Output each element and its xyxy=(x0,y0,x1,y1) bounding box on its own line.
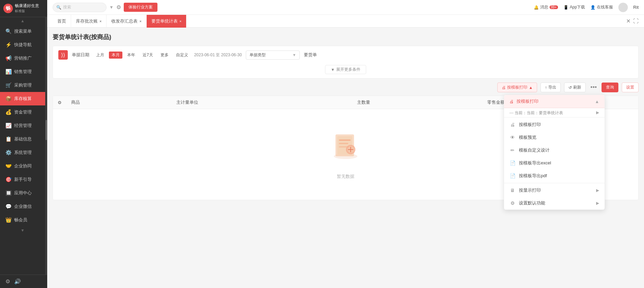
notifications-btn[interactable]: 🔔 消息 99+ xyxy=(534,4,558,10)
template-preview-icon: 👁 xyxy=(509,135,516,140)
print-dropdown-arrow: ▲ xyxy=(529,85,533,90)
dropdown-item-template-excel[interactable]: 📄 按模板导出excel xyxy=(504,157,605,169)
trial-btn[interactable]: 体验行业方案 xyxy=(124,3,157,12)
svg-rect-4 xyxy=(339,143,348,144)
tab-order-stats-label: 要货单统计表 xyxy=(151,18,178,24)
sidebar-item-member-label: 畅会员 xyxy=(14,217,27,223)
sidebar-item-inventory[interactable]: 📦 库存核算 xyxy=(0,92,45,105)
sidebar-item-search[interactable]: 🔍 搜索菜单 xyxy=(0,25,45,38)
date-range-display: 2023-06-01 至 2023-06-30 xyxy=(194,52,242,58)
query-btn[interactable]: 查询 xyxy=(602,83,618,92)
dropdown-header: 🖨 按模板打印 ▲ xyxy=(504,95,605,108)
sidebar-audio-icon[interactable]: 🔊 xyxy=(14,278,21,285)
template-excel-label: 按模板导出excel xyxy=(519,160,551,166)
settings-btn[interactable]: 设置 xyxy=(622,83,639,92)
date-option-last-month[interactable]: 上月 xyxy=(93,52,107,59)
template-print-icon: 🖨 xyxy=(509,122,516,127)
close-window-icon[interactable]: ✕ xyxy=(626,18,631,24)
tab-receivable-summary[interactable]: 收发存汇总表 × xyxy=(107,15,146,28)
tab-home[interactable]: 首页 xyxy=(53,15,71,28)
date-label: 单据日期 xyxy=(72,52,89,58)
template-print-label: 按模板打印 xyxy=(519,122,541,128)
tab-order-stats[interactable]: 要货单统计表 × xyxy=(147,15,186,28)
date-option-this-year[interactable]: 本年 xyxy=(124,52,138,59)
filter-row-1: ⟩⟩ 单据日期 上月 本月 本年 近7天 更多 自定义 2023-06-01 至… xyxy=(58,50,633,60)
table-col-unit: 主计量单位 xyxy=(172,96,352,109)
search-icon: 🔍 xyxy=(5,28,11,34)
dropdown-item-template-design[interactable]: ✏ 模板自定义设计 xyxy=(504,144,605,157)
main-content: 🔍 搜索 ▼ ⚙ 体验行业方案 🔔 消息 99+ 📱 App下载 👤 在线客服 … xyxy=(47,0,644,288)
dropdown-item-template-print[interactable]: 🖨 按模板打印 xyxy=(504,118,605,131)
date-option-7days[interactable]: 近7天 xyxy=(140,52,156,59)
sidebar-item-finance[interactable]: 💰 资金管理 xyxy=(0,105,45,119)
sidebar-item-system-label: 系统管理 xyxy=(14,150,32,156)
filter-expand-icon[interactable]: ⟩⟩ xyxy=(58,50,68,60)
sidebar-item-app-center[interactable]: 🔲 应用中心 xyxy=(0,186,45,200)
table-col-checkbox[interactable]: ⚙ xyxy=(53,96,66,109)
export-btn[interactable]: ↑ 导出 xyxy=(540,83,561,92)
sidebar-item-member[interactable]: 👑 畅会员 xyxy=(0,213,45,227)
sidebar-item-quick-nav[interactable]: ⚡ 快捷导航 xyxy=(0,38,45,52)
tab-inventory-batch[interactable]: 库存批次账 × xyxy=(71,15,107,28)
scroll-up-indicator: ▲ xyxy=(0,17,45,25)
dropdown-item-template-preview[interactable]: 👁 模板预览 xyxy=(504,131,605,144)
sidebar-item-guide[interactable]: 🎯 新手引导 xyxy=(0,173,45,186)
sidebar-item-system[interactable]: ⚙️ 系统管理 xyxy=(0,146,45,159)
date-option-this-month[interactable]: 本月 xyxy=(109,52,122,59)
dropdown-current-value: 当前：要货单统计表 xyxy=(527,110,563,115)
expand-more-btn[interactable]: ▼ 展开更多条件 xyxy=(325,65,366,74)
order-type-select[interactable]: 单据类型 ▼ xyxy=(246,51,300,60)
app-download-btn[interactable]: 📱 App下载 xyxy=(563,4,585,10)
user-avatar[interactable] xyxy=(618,3,628,12)
dropdown-item-template-pdf[interactable]: 📄 按模板导出pdf xyxy=(504,169,605,182)
sidebar-item-purchase[interactable]: 🛒 采购管理 xyxy=(0,78,45,92)
app-download-label: App下载 xyxy=(570,4,585,10)
date-option-more[interactable]: 更多 xyxy=(158,52,171,59)
date-option-custom[interactable]: 自定义 xyxy=(173,52,191,59)
refresh-label: 刷新 xyxy=(573,85,581,90)
service-icon: 👤 xyxy=(590,5,595,10)
sidebar-logo: 畅 畅康通好生意 标准版 xyxy=(0,0,47,17)
table-col-quantity: 主数量 xyxy=(352,96,483,109)
online-service-btn[interactable]: 👤 在线客服 xyxy=(590,4,613,10)
filter-bar: ⟩⟩ 单据日期 上月 本月 本年 近7天 更多 自定义 2023-06-01 至… xyxy=(53,46,639,78)
display-print-label: 按显示打印 xyxy=(519,187,541,193)
dropdown-arrow[interactable]: ▼ xyxy=(109,5,114,10)
refresh-btn[interactable]: ↺ 刷新 xyxy=(564,83,586,92)
sidebar-item-appcenter-label: 应用中心 xyxy=(14,190,32,196)
settings-gear-icon[interactable]: ⚙ xyxy=(116,4,121,10)
print-header-icon: 🖨 xyxy=(509,99,514,104)
sidebar-item-collab[interactable]: 🤝 企业协同 xyxy=(0,159,45,173)
default-func-icon: ⚙ xyxy=(509,200,516,206)
sidebar-bottom: ⚙ 🔊 xyxy=(0,275,47,288)
sidebar-settings-icon[interactable]: ⚙ xyxy=(5,278,10,285)
sidebar-item-operation[interactable]: 📈 经营管理 xyxy=(0,119,45,132)
sidebar-item-wechat[interactable]: 💬 企业微信 xyxy=(0,200,45,213)
logo-name: 畅康通好生意 xyxy=(15,3,39,9)
sidebar-item-marketing[interactable]: 📢 营销推广 xyxy=(0,52,45,65)
marketing-icon: 📢 xyxy=(5,55,11,61)
dropdown-header-left: 🖨 按模板打印 xyxy=(509,98,538,104)
search-box[interactable]: 🔍 搜索 xyxy=(53,3,107,12)
sidebar-item-marketing-label: 营销推广 xyxy=(14,55,32,61)
purchase-icon: 🛒 xyxy=(5,82,11,88)
dropdown-collapse-icon[interactable]: ▲ xyxy=(595,99,599,104)
yh-label: 要货单 xyxy=(304,52,317,58)
query-label: 查询 xyxy=(606,85,614,90)
sidebar-item-collab-label: 企业协同 xyxy=(14,163,32,169)
sidebar-item-basic[interactable]: 📋 基础信息 xyxy=(0,132,45,146)
tab-order-stats-close[interactable]: × xyxy=(179,19,181,23)
print-btn[interactable]: 🖨 按模板打印 ▲ xyxy=(497,83,537,92)
maximize-icon[interactable]: ⛶ xyxy=(633,18,639,24)
dropdown-item-default-func[interactable]: ⚙ 设置默认功能 ▶ xyxy=(504,197,605,210)
sidebar-item-sales[interactable]: 📊 销售管理 xyxy=(0,65,45,78)
tab-receivable-close[interactable]: × xyxy=(139,19,141,23)
template-pdf-icon: 📄 xyxy=(509,173,516,179)
settings-col-icon[interactable]: ⚙ xyxy=(58,100,62,105)
dropdown-item-display-print[interactable]: 🖥 按显示打印 ▶ xyxy=(504,184,605,197)
tab-inventory-batch-close[interactable]: × xyxy=(99,19,101,23)
template-design-label: 模板自定义设计 xyxy=(519,147,550,153)
dropdown-current-section: — 当前：当前：要货单统计表 ▶ xyxy=(504,108,605,117)
more-options-btn[interactable]: ••• xyxy=(589,84,598,91)
svg-rect-3 xyxy=(339,139,351,141)
